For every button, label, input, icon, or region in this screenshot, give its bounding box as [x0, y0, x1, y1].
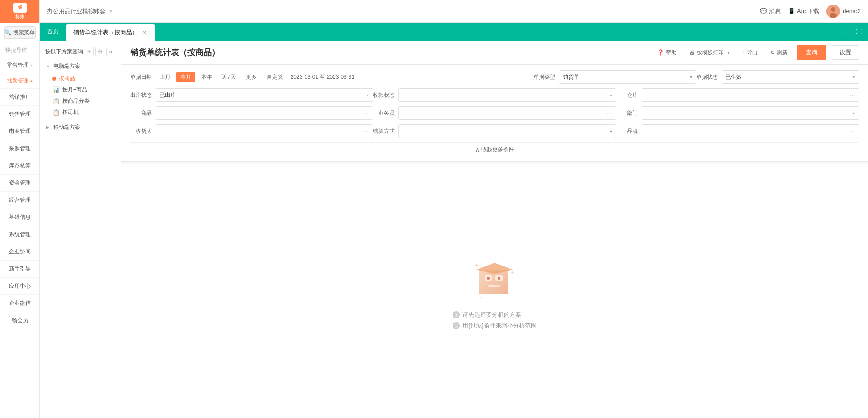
content-area: 按以下方案查询 ＋ ⚙ « ▾ 电脑端方案 按商品 📊 按月+商品 — [40, 41, 868, 418]
date-btn-more[interactable]: 更多 — [242, 72, 261, 82]
scheme-by-category[interactable]: 📋 按商品分类 — [40, 95, 121, 107]
user-menu-button[interactable]: demo2 — [826, 5, 861, 18]
sidebar-item-system[interactable]: 系统管理 — [0, 226, 39, 243]
outstatus-label: 出库状态 — [130, 91, 156, 99]
svg-text:✦: ✦ — [480, 296, 483, 300]
scheme-by-product[interactable]: 按商品 — [40, 73, 121, 84]
home-tab-label: 首页 — [47, 28, 59, 36]
report-tab-label: 销货单统计表（按商品） — [73, 28, 138, 37]
svg-text:✦: ✦ — [474, 262, 479, 269]
sidebar-item-marketing[interactable]: 营销推广 — [0, 89, 39, 106]
selected-dot-icon — [52, 77, 56, 81]
breadcrumb-arrow: ▾ — [109, 8, 113, 14]
outstatus-select-value[interactable]: 已出库 — [156, 88, 373, 102]
sales-label: 销售管理 — [9, 110, 31, 118]
desktop-expand-icon: ▾ — [45, 64, 51, 69]
date-btn-lastmonth[interactable]: 上月 — [156, 72, 175, 82]
sidebar-item-retail[interactable]: 零售管理 ▾ — [0, 58, 39, 73]
sidebar-item-membership[interactable]: 畅会员 — [0, 312, 39, 329]
doctype-select-value[interactable]: 销货单 — [559, 70, 696, 84]
collapse-panel-button[interactable]: « — [106, 47, 115, 56]
refresh-button[interactable]: ↻ 刷新 — [767, 47, 791, 58]
export-button[interactable]: ↑ 导出 — [739, 47, 761, 58]
tab-home[interactable]: 首页 — [40, 23, 66, 41]
date-btn-thisyear[interactable]: 本年 — [197, 72, 216, 82]
outstatus-select[interactable]: 已出库 — [156, 88, 373, 102]
date-btn-7days[interactable]: 近7天 — [218, 72, 240, 82]
salesperson-input[interactable]: ··· — [398, 106, 616, 120]
search-menu-button[interactable]: 🔍 搜索菜单 — [4, 26, 36, 39]
doctype-select[interactable]: 销货单 — [559, 70, 696, 84]
tab-minimize-button[interactable]: ─ — [839, 26, 850, 37]
settings-button[interactable]: 设置 — [832, 45, 859, 60]
receiptstatus-select-value[interactable] — [398, 88, 616, 102]
filter-doctype-item: 单据类型 销货单 — [533, 70, 696, 84]
tip-num-2: ② — [453, 322, 460, 329]
date-btn-custom[interactable]: 自定义 — [263, 72, 287, 82]
sidebar-item-basic[interactable]: 基础信息 — [0, 209, 39, 226]
header-right-actions: 💬 消息 📱 App下载 demo2 — [760, 5, 861, 18]
warehouse-label: 仓库 — [616, 91, 642, 99]
scheme-icon-cashier: 📋 — [52, 109, 60, 116]
help-button[interactable]: ❓ 帮助 — [654, 47, 680, 58]
sidebar-item-finance[interactable]: 资金管理 — [0, 175, 39, 192]
app-download-button[interactable]: 📱 App下载 — [788, 7, 819, 15]
left-panel-header: 按以下方案查询 ＋ ⚙ « — [40, 45, 121, 60]
message-button[interactable]: 💬 消息 — [760, 7, 781, 15]
docstatus-select-value[interactable]: 已生效 — [722, 70, 859, 84]
tab-close-icon[interactable]: ✕ — [141, 29, 148, 36]
sidebar-item-inventory[interactable]: 库存核算 — [0, 157, 39, 175]
sidebar-item-appcenter[interactable]: 应用中心 — [0, 278, 39, 295]
template-print-button[interactable]: 🖨 按模板打印 ▾ — [686, 47, 733, 58]
tab-report[interactable]: 销货单统计表（按商品） ✕ — [66, 24, 155, 41]
add-scheme-button[interactable]: ＋ — [85, 47, 94, 56]
sidebar-item-operations[interactable]: 经营管理 — [0, 192, 39, 209]
mobile-section-header[interactable]: ▶ 移动端方案 — [40, 121, 121, 134]
main-area: 办公用品行业模拟账套 ▾ 💬 消息 📱 App下载 — [40, 0, 868, 418]
filter-date-item: 单据日期 上月 本月 本年 近7天 更多 自定义 2023-03-01 至 20… — [130, 72, 533, 82]
filter-warehouse-item: 仓库 ··· — [616, 88, 859, 102]
filter-receiptstatus-item: 收款状态 — [373, 88, 616, 102]
scheme-by-cashier[interactable]: 📋 按司机 — [40, 107, 121, 118]
collapse-more-conditions-button[interactable]: ∧ 收起更多条件 — [130, 142, 859, 156]
sidebar-item-newbie[interactable]: 新手引导 — [0, 261, 39, 278]
sidebar-item-enterprise[interactable]: 企业协同 — [0, 243, 39, 261]
empty-tip-2: ② 用[过滤]条件来缩小分析范围 — [453, 322, 536, 330]
query-button[interactable]: 查询 — [797, 45, 826, 60]
settings-scheme-button[interactable]: ⚙ — [95, 47, 104, 56]
payment-select[interactable] — [398, 124, 616, 138]
scheme-by-month-product[interactable]: 📊 按月+商品 — [40, 84, 121, 95]
desktop-section-header[interactable]: ▾ 电脑端方案 — [40, 60, 121, 73]
left-panel-title: 按以下方案查询 — [45, 48, 83, 56]
inventory-label: 库存核算 — [9, 162, 31, 170]
left-panel-actions: ＋ ⚙ « — [85, 47, 115, 56]
message-icon: 💬 — [760, 8, 767, 14]
payment-select-value[interactable] — [398, 124, 616, 138]
app-subtitle: 标账 — [15, 14, 24, 20]
department-select[interactable] — [642, 106, 859, 120]
sidebar-item-purchase[interactable]: 采购管理 — [0, 140, 39, 157]
tab-maximize-button[interactable]: ⛶ — [854, 26, 864, 37]
logo-icon: 畅 — [13, 3, 27, 13]
product-input[interactable]: ··· — [156, 106, 373, 120]
membership-label: 畅会员 — [12, 317, 28, 324]
brand-label: 品牌 — [616, 128, 642, 135]
sidebar-item-ecommerce[interactable]: 电商管理 — [0, 123, 39, 140]
recipient-input[interactable]: ··· — [156, 124, 373, 138]
search-menu-section: 🔍 搜索菜单 — [0, 23, 39, 43]
docstatus-select[interactable]: 已生效 — [722, 70, 859, 84]
receiptstatus-select[interactable] — [398, 88, 616, 102]
sidebar-item-wholesale[interactable]: 批发管理 ▴ — [0, 73, 39, 89]
department-select-value[interactable] — [642, 106, 859, 120]
warehouse-input[interactable]: ··· — [642, 88, 859, 102]
brand-input[interactable]: ··· — [642, 124, 859, 138]
scheme-icon-category: 📋 — [52, 98, 60, 104]
svg-point-8 — [498, 277, 500, 280]
scheme-by-cashier-label: 按司机 — [62, 109, 79, 116]
sidebar-item-corpwechat[interactable]: 企业微信 — [0, 295, 39, 312]
ecommerce-label: 电商管理 — [9, 128, 31, 135]
sidebar-item-sales[interactable]: 销售管理 — [0, 106, 39, 123]
date-btn-thismonth[interactable]: 本月 — [176, 72, 195, 82]
scheme-by-product-label: 按商品 — [59, 75, 75, 82]
wholesale-label: 批发管理 — [7, 77, 28, 85]
